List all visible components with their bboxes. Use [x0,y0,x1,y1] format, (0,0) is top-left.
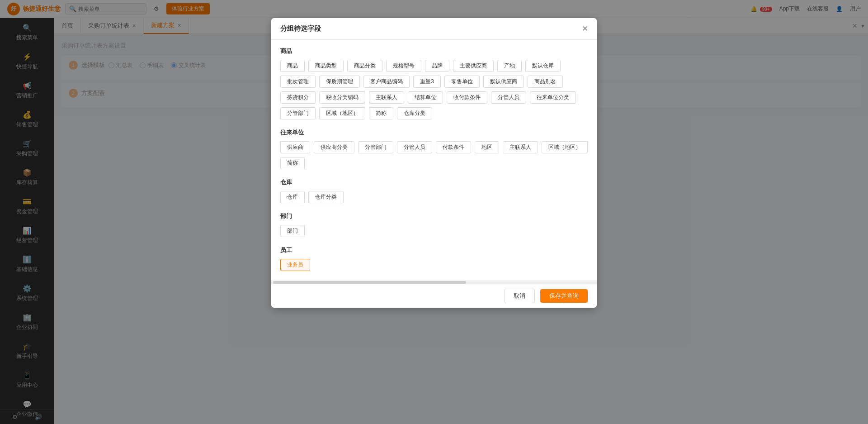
tag-origin[interactable]: 产地 [497,60,522,72]
tag-payment-terms[interactable]: 收付款条件 [447,91,487,104]
section-product: 商品 商品 商品类型 商品分类 规格型号 品牌 主要供应商 产地 默认仓库 批次… [280,47,588,119]
section-product-title: 商品 [280,47,588,55]
modal-close-button[interactable]: ✕ [582,24,588,33]
section-warehouse: 仓库 仓库 仓库分类 [280,178,588,203]
tag-region2[interactable]: 区域（地区） [542,141,588,153]
tag-goods-category[interactable]: 商品分类 [347,60,382,72]
tag-payment-condition[interactable]: 付款条件 [436,141,471,153]
tag-goods-alias[interactable]: 商品别名 [528,76,563,88]
tag-abbr[interactable]: 简称 [369,107,393,119]
tag-settle-unit[interactable]: 结算单位 [408,91,443,104]
modal-footer: 取消 保存并查询 [271,284,597,308]
section-warehouse-title: 仓库 [280,178,588,186]
modal-body: 商品 商品 商品类型 商品分类 规格型号 品牌 主要供应商 产地 默认仓库 批次… [271,40,597,281]
tag-tax-code[interactable]: 税收分类编码 [319,91,365,104]
tag-supplier[interactable]: 供应商 [280,141,310,153]
modal-header: 分组待选字段 ✕ [271,18,597,40]
warehouse-tags: 仓库 仓库分类 [280,191,588,203]
tag-main-contact2[interactable]: 主联系人 [503,141,538,153]
confirm-button[interactable]: 保存并查询 [540,289,588,303]
tag-supplier-category[interactable]: 供应商分类 [314,141,354,153]
section-employee-title: 员工 [280,246,588,254]
tag-region[interactable]: 区域（地区） [319,107,365,119]
product-tags: 商品 商品类型 商品分类 规格型号 品牌 主要供应商 产地 默认仓库 批次管理 … [280,60,588,119]
modal-horizontal-scrollbar[interactable] [271,281,597,284]
tag-retail-unit[interactable]: 零售单位 [444,76,480,88]
modal: 分组待选字段 ✕ 商品 商品 商品类型 商品分类 规格型号 品牌 主要供应商 产… [271,18,597,308]
tag-brand[interactable]: 品牌 [425,60,449,72]
employee-tags: 业务员 [280,259,588,271]
tag-unit-category[interactable]: 往来单位分类 [530,91,576,104]
tag-customer-code[interactable]: 客户商品编码 [363,76,410,88]
section-partner-title: 往来单位 [280,129,588,137]
modal-overlay: 分组待选字段 ✕ 商品 商品 商品类型 商品分类 规格型号 品牌 主要供应商 产… [0,0,868,424]
section-department-title: 部门 [280,212,588,220]
tag-wh-category[interactable]: 仓库分类 [308,191,344,203]
tag-default-warehouse[interactable]: 默认仓库 [525,60,561,72]
tag-default-supplier[interactable]: 默认供应商 [483,76,524,88]
modal-title: 分组待选字段 [280,24,321,33]
partner-tags: 供应商 供应商分类 分管部门 分管人员 付款条件 地区 主联系人 区域（地区） … [280,141,588,169]
tag-wh[interactable]: 仓库 [280,191,305,203]
tag-dept3[interactable]: 部门 [280,225,305,237]
tag-spec-type[interactable]: 规格型号 [386,60,421,72]
department-tags: 部门 [280,225,588,237]
tag-batch-mgmt[interactable]: 批次管理 [280,76,316,88]
section-employee: 员工 业务员 [280,246,588,271]
tag-salesperson[interactable]: 业务员 [280,259,310,271]
tag-dept-staff[interactable]: 分管人员 [397,141,432,153]
tag-main-contact[interactable]: 主联系人 [369,91,404,104]
tag-dept-manager[interactable]: 分管人员 [491,91,526,104]
section-partner: 往来单位 供应商 供应商分类 分管部门 分管人员 付款条件 地区 主联系人 区域… [280,129,588,169]
tag-goods[interactable]: 商品 [280,60,305,72]
cancel-button[interactable]: 取消 [504,289,535,303]
tag-goods-type[interactable]: 商品类型 [308,60,344,72]
tag-expiry-mgmt[interactable]: 保质期管理 [319,76,360,88]
tag-pick-points[interactable]: 拣货积分 [280,91,316,104]
tag-abbr2[interactable]: 简称 [280,157,305,169]
tag-main-supplier[interactable]: 主要供应商 [453,60,494,72]
tag-weight3[interactable]: 重量3 [413,76,441,88]
section-department: 部门 部门 [280,212,588,237]
tag-dept[interactable]: 分管部门 [280,107,316,119]
tag-dept2[interactable]: 分管部门 [358,141,393,153]
tag-warehouse-category[interactable]: 仓库分类 [397,107,432,119]
tag-area[interactable]: 地区 [475,141,499,153]
